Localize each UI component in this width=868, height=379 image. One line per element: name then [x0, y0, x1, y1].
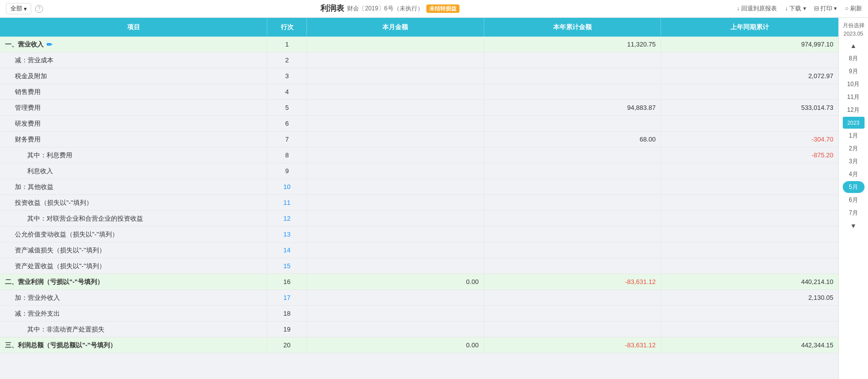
- sidebar-month[interactable]: 3月: [843, 155, 865, 167]
- row-ytd: [484, 306, 662, 321]
- row-ytd: [484, 163, 662, 179]
- row-current: [307, 163, 484, 179]
- row-item: 研发费用: [0, 116, 267, 131]
- row-ytd: [484, 227, 662, 242]
- row-seq: 6: [267, 116, 307, 131]
- back-to-original-button[interactable]: ↓ 回退到原报表: [737, 4, 777, 13]
- col-header-seq: 行次: [267, 18, 307, 37]
- row-ytd: [484, 242, 662, 258]
- row-current: [307, 132, 484, 147]
- table-row: 销售费用 4: [0, 84, 838, 100]
- sidebar-month[interactable]: 10月: [843, 78, 865, 90]
- top-bar: 全部 ▾ ? 利润表 财会〔2019〕6号（未执行） 未结转损益 ↓ 回退到原报…: [0, 0, 868, 18]
- sidebar-month[interactable]: 1月: [843, 130, 865, 142]
- sidebar-up-btn[interactable]: ▲: [845, 41, 863, 50]
- row-current: [307, 242, 484, 258]
- row-prev: 2,072.97: [661, 68, 838, 84]
- row-ytd: [484, 211, 662, 226]
- sidebar: 月份选择 2023.05 ▲ 8月9月10月11月12月20231月2月3月4月…: [838, 18, 868, 379]
- row-current: [307, 195, 484, 210]
- row-prev: 974,997.10: [661, 37, 838, 52]
- row-seq[interactable]: 15: [267, 258, 307, 274]
- sidebar-month[interactable]: 12月: [843, 104, 865, 116]
- sidebar-month[interactable]: 11月: [843, 91, 865, 103]
- row-seq: 2: [267, 52, 307, 68]
- print-button[interactable]: ⊟ 打印 ▾: [814, 4, 837, 13]
- row-prev: 442,344.15: [661, 337, 838, 353]
- sidebar-month[interactable]: 8月: [843, 52, 865, 64]
- row-current: [307, 147, 484, 163]
- sidebar-month[interactable]: 9月: [843, 65, 865, 77]
- row-prev: 2,130.05: [661, 290, 838, 305]
- row-ytd: 11,320.75: [484, 37, 662, 52]
- sidebar-month[interactable]: 5月: [843, 181, 865, 193]
- row-prev: [661, 306, 838, 321]
- row-current: 0.00: [307, 274, 484, 289]
- row-prev: [661, 211, 838, 226]
- row-current: [307, 68, 484, 84]
- row-current: [307, 52, 484, 68]
- row-item: 资产减值损失（损失以"-"填列）: [0, 242, 267, 258]
- row-item: 资产处置收益（损失以"-"填列）: [0, 258, 267, 274]
- row-prev: [661, 52, 838, 68]
- table-area: 项目 行次 本月金额 本年累计金额 上年同期累计 一、营业收入✏ 1 11,32…: [0, 18, 838, 379]
- row-item: 其中：非流动资产处置损失: [0, 322, 267, 337]
- row-ytd: [484, 195, 662, 210]
- row-seq: 20: [267, 337, 307, 353]
- table-row: 加：营业外收入 17 2,130.05: [0, 290, 838, 306]
- table-row: 资产处置收益（损失以"-"填列） 15: [0, 258, 838, 274]
- row-item: 公允价值变动收益（损失以"-"填列）: [0, 227, 267, 242]
- table-row: 其中：对联营企业和合营企业的投资收益 12: [0, 211, 838, 227]
- refresh-button[interactable]: ○ 刷新: [845, 4, 862, 13]
- row-seq[interactable]: 10: [267, 179, 307, 194]
- sidebar-month[interactable]: 4月: [843, 168, 865, 180]
- row-prev: 533,014.73: [661, 100, 838, 115]
- sidebar-month[interactable]: 7月: [843, 207, 865, 219]
- row-item: 其中：利息费用: [0, 147, 267, 163]
- row-item: 减：营业外支出: [0, 306, 267, 321]
- row-seq: 9: [267, 163, 307, 179]
- row-seq[interactable]: 14: [267, 242, 307, 258]
- row-prev: -304.70: [661, 132, 838, 147]
- row-seq[interactable]: 12: [267, 211, 307, 226]
- sidebar-year: 2023.05: [844, 31, 864, 37]
- table-row: 研发费用 6: [0, 116, 838, 132]
- table-row: 加：其他收益 10: [0, 179, 838, 195]
- row-item: 投资收益（损失以"-"填列）: [0, 195, 267, 210]
- table-row: 资产减值损失（损失以"-"填列） 14: [0, 242, 838, 258]
- top-bar-actions: ↓ 回退到原报表 ↓ 下载 ▾ ⊟ 打印 ▾ ○ 刷新: [737, 4, 862, 13]
- row-prev: -875.20: [661, 147, 838, 163]
- nav-dropdown[interactable]: 全部 ▾: [6, 3, 31, 14]
- row-prev: 440,214.10: [661, 274, 838, 289]
- row-item: 减：营业成本: [0, 52, 267, 68]
- col-header-ytd: 本年累计金额: [484, 18, 662, 37]
- row-current: [307, 100, 484, 115]
- row-ytd: [484, 258, 662, 274]
- sidebar-month[interactable]: 2023: [843, 117, 865, 129]
- row-seq: 8: [267, 147, 307, 163]
- table-row: 减：营业成本 2: [0, 52, 838, 68]
- help-icon[interactable]: ?: [35, 5, 43, 13]
- row-item: 税金及附加: [0, 68, 267, 84]
- row-seq: 5: [267, 100, 307, 115]
- dropdown-arrow: ▾: [24, 5, 27, 12]
- row-seq: 16: [267, 274, 307, 289]
- row-item: 二、营业利润（亏损以"-"号填列）: [0, 274, 267, 289]
- edit-icon[interactable]: ✏: [47, 41, 52, 48]
- download-button[interactable]: ↓ 下载 ▾: [785, 4, 806, 13]
- row-ytd: [484, 116, 662, 131]
- row-seq[interactable]: 13: [267, 227, 307, 242]
- row-item: 加：其他收益: [0, 179, 267, 194]
- sidebar-down-btn[interactable]: ▼: [845, 221, 863, 231]
- row-seq[interactable]: 11: [267, 195, 307, 210]
- table-row: 三、利润总额（亏损总额以"-"号填列） 20 0.00 -83,631.12 4…: [0, 337, 838, 353]
- row-seq[interactable]: 17: [267, 290, 307, 305]
- row-prev: [661, 116, 838, 131]
- table-row: 其中：利息费用 8 -875.20: [0, 147, 838, 163]
- sidebar-month[interactable]: 2月: [843, 142, 865, 154]
- row-ytd: 94,883.87: [484, 100, 662, 115]
- row-prev: [661, 84, 838, 99]
- report-subtitle: 财会〔2019〕6号（未执行）: [347, 4, 423, 13]
- row-item: 其中：对联营企业和合营企业的投资收益: [0, 211, 267, 226]
- sidebar-month[interactable]: 6月: [843, 194, 865, 206]
